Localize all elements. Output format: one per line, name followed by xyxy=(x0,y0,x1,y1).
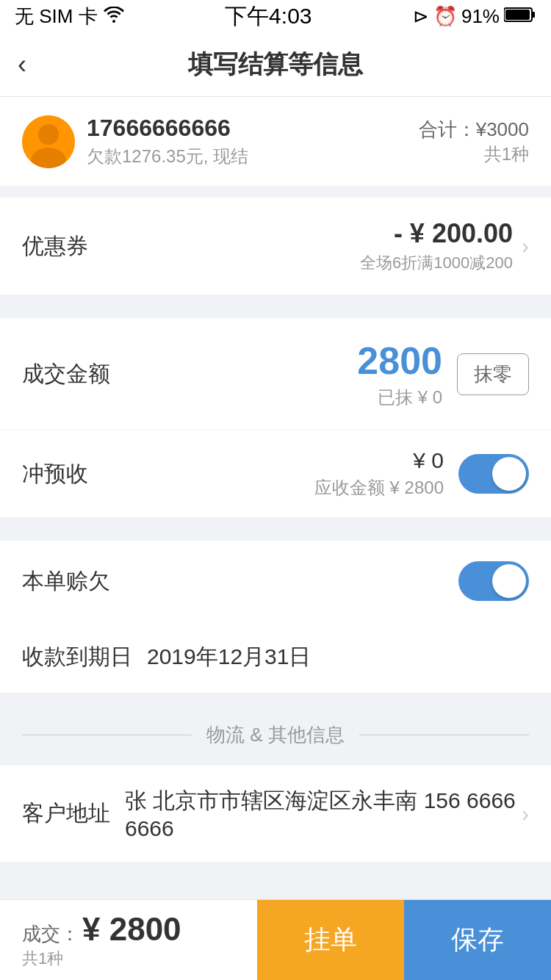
svg-rect-1 xyxy=(532,12,535,18)
alarm-icon: ⏰ xyxy=(433,5,457,28)
due-date-label: 收款到期日 xyxy=(22,642,132,672)
status-left: 无 SIM 卡 xyxy=(15,4,124,29)
total-label: 合计：¥3000 xyxy=(419,117,529,143)
coupon-discount: - ¥ 200.00 xyxy=(360,218,513,249)
amount-right: 2800 已抹 ¥ 0 抹零 xyxy=(357,339,529,409)
bottom-bar: 成交： ¥ 2800 共1种 挂单 保存 xyxy=(0,899,551,980)
amount-zeroed: 已抹 ¥ 0 xyxy=(357,386,442,409)
status-time: 下午4:03 xyxy=(225,1,311,32)
prepay-values: ¥ 0 应收金额 ¥ 2800 xyxy=(314,448,444,500)
wifi-icon xyxy=(104,5,124,28)
bottom-total-label: 成交： xyxy=(22,921,79,947)
toggle-knob xyxy=(492,457,526,491)
amount-value: 2800 xyxy=(357,339,442,383)
prepay-row: 冲预收 ¥ 0 应收金额 ¥ 2800 xyxy=(0,430,551,517)
hold-order-button[interactable]: 挂单 xyxy=(257,900,404,981)
debt-row: 本单赊欠 xyxy=(0,541,551,621)
chevron-right-icon: › xyxy=(522,234,529,259)
save-label: 保存 xyxy=(451,922,504,958)
nav-bar: ‹ 填写结算等信息 xyxy=(0,32,551,97)
debt-toggle-knob xyxy=(492,564,526,598)
coupon-label: 优惠券 xyxy=(22,231,88,262)
avatar xyxy=(22,115,75,168)
logistics-divider: 物流 & 其他信息 xyxy=(0,705,551,765)
round-zero-button[interactable]: 抹零 xyxy=(457,353,529,395)
amount-value-wrap: 2800 已抹 ¥ 0 xyxy=(357,339,442,409)
page-title: 填写结算等信息 xyxy=(188,48,363,82)
customer-info: 17666666666 欠款1276.35元, 现结 xyxy=(87,115,248,168)
hold-order-label: 挂单 xyxy=(304,922,357,958)
debt-toggle[interactable] xyxy=(458,561,529,601)
bottom-total-amount: ¥ 2800 xyxy=(82,911,181,948)
prepay-receivable: 应收金额 ¥ 2800 xyxy=(314,476,444,500)
back-button[interactable]: ‹ xyxy=(18,49,26,80)
due-date-row: 收款到期日 2019年12月31日 xyxy=(0,621,551,693)
bottom-total-label-row: 成交： ¥ 2800 xyxy=(22,911,235,948)
logistics-text: 物流 & 其他信息 xyxy=(206,722,345,748)
section-divider-1 xyxy=(0,306,551,318)
bottom-total-count: 共1种 xyxy=(22,948,235,970)
save-button[interactable]: 保存 xyxy=(404,900,551,981)
transaction-section: 成交金额 2800 已抹 ¥ 0 抹零 冲预收 ¥ 0 应收金额 ¥ 2800 xyxy=(0,318,551,517)
customer-debt: 欠款1276.35元, 现结 xyxy=(87,145,248,168)
customer-card: 17666666666 欠款1276.35元, 现结 合计：¥3000 共1种 xyxy=(0,97,551,186)
svg-rect-2 xyxy=(505,10,530,20)
svg-point-4 xyxy=(38,124,59,145)
address-value: 张 北京市市辖区海淀区永丰南 156 6666 6666 xyxy=(125,786,522,841)
battery-icon xyxy=(504,5,536,28)
sim-text: 无 SIM 卡 xyxy=(15,4,98,29)
amount-label: 成交金额 xyxy=(22,359,110,389)
address-label: 客户地址 xyxy=(22,799,110,829)
coupon-row[interactable]: 优惠券 - ¥ 200.00 全场6折满1000减200 › xyxy=(0,198,551,295)
divider-line-right xyxy=(359,735,529,735)
prepay-right: ¥ 0 应收金额 ¥ 2800 xyxy=(314,448,529,500)
location-icon: ⊳ xyxy=(413,5,429,28)
coupon-info: - ¥ 200.00 全场6折满1000减200 xyxy=(360,218,513,274)
debt-label: 本单赊欠 xyxy=(22,566,110,597)
divider-line-left xyxy=(22,735,192,735)
prepay-label: 冲预收 xyxy=(22,459,88,489)
prepay-toggle[interactable] xyxy=(458,454,529,494)
amount-row: 成交金额 2800 已抹 ¥ 0 抹零 xyxy=(0,318,551,430)
prepay-amount: ¥ 0 xyxy=(314,448,444,473)
coupon-right: - ¥ 200.00 全场6折满1000减200 › xyxy=(360,218,529,274)
status-right: ⊳ ⏰ 91% xyxy=(413,5,536,28)
debt-section: 本单赊欠 收款到期日 2019年12月31日 xyxy=(0,541,551,693)
customer-phone: 17666666666 xyxy=(87,115,248,142)
address-row[interactable]: 客户地址 张 北京市市辖区海淀区永丰南 156 6666 6666 › xyxy=(0,765,551,862)
customer-left: 17666666666 欠款1276.35元, 现结 xyxy=(22,115,248,168)
address-chevron-icon: › xyxy=(522,801,529,826)
main-content: 17666666666 欠款1276.35元, 现结 合计：¥3000 共1种 … xyxy=(0,97,551,980)
total-count: 共1种 xyxy=(419,143,529,166)
bottom-total: 成交： ¥ 2800 共1种 xyxy=(0,911,257,970)
due-date-value: 2019年12月31日 xyxy=(147,642,311,672)
section-divider-2 xyxy=(0,529,551,541)
customer-total: 合计：¥3000 共1种 xyxy=(419,117,529,166)
status-bar: 无 SIM 卡 下午4:03 ⊳ ⏰ 91% xyxy=(0,0,551,32)
coupon-desc: 全场6折满1000减200 xyxy=(360,252,513,274)
battery-text: 91% xyxy=(461,5,500,28)
